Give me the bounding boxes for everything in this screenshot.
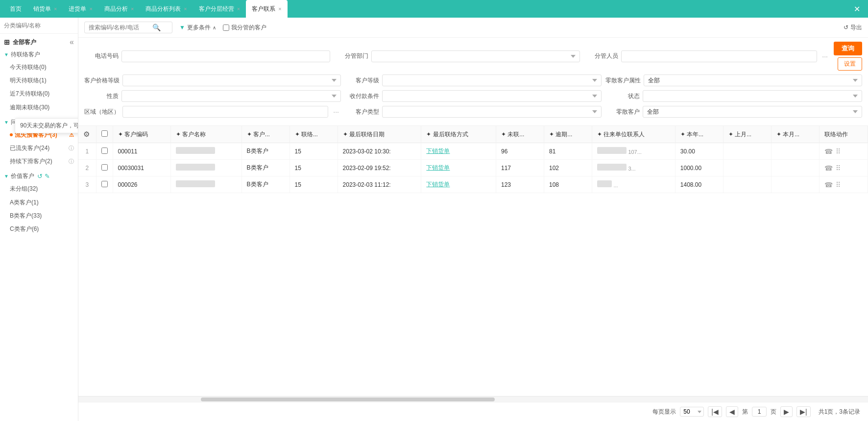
row-2-code: 00030031 [113, 160, 170, 176]
tab-customer-segments[interactable]: 客户分层经营 × [193, 0, 246, 18]
gender-select[interactable] [121, 90, 341, 102]
sidebar-item-week-pending[interactable]: 近7天待联络(0) [0, 87, 78, 100]
sidebar-item-class-c[interactable]: C类客户(6) [0, 223, 78, 236]
sidebar-item-declining[interactable]: 持续下滑客户(2) ⓘ [0, 155, 78, 168]
customer-level-select[interactable] [382, 74, 602, 86]
tab-sales-order-close[interactable]: × [54, 6, 57, 12]
tab-purchase-order-close[interactable]: × [89, 6, 92, 12]
tab-purchase-order[interactable]: 进货单 × [63, 0, 98, 18]
row-3-method-link[interactable]: 下销货单 [426, 181, 450, 188]
tab-customer-contact[interactable]: 客户联系 × [246, 0, 287, 18]
refresh-icon-2: ↺ [844, 24, 848, 31]
sidebar-item-churned[interactable]: 已流失客户(24) ⓘ [0, 142, 78, 155]
row-num-2: 2 [78, 160, 96, 176]
query-button[interactable]: 查询 [834, 42, 862, 55]
retail-customer-select[interactable]: 全部 [643, 106, 862, 118]
row-1-last-contact-method: 下销货单 [421, 143, 496, 160]
sidebar-item-overdue-pending[interactable]: 逾期未联络(30) [0, 101, 78, 114]
row-3-phone-icon[interactable]: ☎ [824, 181, 833, 189]
last-page-button[interactable]: ▶| [796, 406, 811, 417]
price-level-select[interactable] [122, 74, 341, 86]
row-3-this-year: 1408.00 [675, 176, 723, 193]
sidebar-group-value-header[interactable]: ▼ 价值客户 ↺ ✎ [0, 170, 78, 182]
advanced-filter-panel: 电话号码 分管部门 分管人员 ··· 查询 设置 [78, 38, 868, 126]
row-1-more-icon[interactable]: ⠿ [836, 148, 841, 155]
scroll-thumb[interactable] [201, 397, 495, 401]
row-2-method-link[interactable]: 下销货单 [426, 164, 450, 171]
settings-button[interactable]: 设置 [838, 57, 862, 71]
tab-product-analysis[interactable]: 商品分析 × [98, 0, 140, 18]
sidebar-item-ungrouped[interactable]: 未分组(32) [0, 182, 78, 196]
filter-field-customer-level: 客户等级 [345, 74, 602, 86]
gear-icon[interactable]: ⚙ [83, 130, 90, 138]
tab-product-analysis-list[interactable]: 商品分析列表 × [140, 0, 193, 18]
filter-search-input[interactable] [89, 24, 152, 31]
row-2-checkbox[interactable] [101, 164, 108, 171]
sidebar-group-problem: ▼ 问题客户 流失预警客户(3) ⚠ 90天未交易的客户，可能有流失风险。 已流… [0, 116, 78, 169]
manager-dots[interactable]: ··· [820, 52, 830, 60]
tab-product-analysis-list-close[interactable]: × [184, 6, 187, 12]
row-1-checkbox[interactable] [101, 148, 108, 154]
phone-label: 电话号码 [84, 52, 119, 60]
sidebar-item-today-pending[interactable]: 今天待联络(0) [0, 61, 78, 74]
sidebar-item-class-b[interactable]: B类客户(33) [0, 209, 78, 223]
more-conditions-button[interactable]: ▼ 更多条件 ∧ [176, 22, 219, 33]
row-3-this-month [771, 176, 819, 193]
current-page-display: 1 [752, 407, 767, 417]
all-customers-header[interactable]: ⊞ 全部客户 « [0, 34, 78, 49]
col-gear: ⚙ [78, 126, 96, 143]
col-level-header: ✦ 客户... [241, 126, 289, 143]
my-customers-checkbox-container[interactable]: 我分管的客户 [223, 24, 266, 32]
sidebar-search-input[interactable] [4, 22, 77, 29]
col-last-contact-date-header: ✦ 最后联络日期 [338, 126, 421, 143]
sidebar-item-declining-label: 持续下滑客户(2) [10, 157, 52, 166]
edit-icon[interactable]: ✎ [45, 173, 50, 180]
tab-sales-order[interactable]: 销货单 × [27, 0, 63, 18]
sidebar-item-class-a[interactable]: A类客户(1) [0, 196, 78, 209]
region-input[interactable] [122, 106, 328, 118]
window-close-button[interactable]: ✕ [850, 4, 864, 14]
per-page-select[interactable]: 50 100 200 [680, 407, 704, 417]
tab-customer-segments-close[interactable]: × [237, 6, 240, 12]
sidebar-collapse-button[interactable]: « [70, 38, 74, 47]
customer-type-select[interactable] [382, 106, 602, 118]
row-2-contacts: 15 [289, 160, 338, 176]
horizontal-scrollbar[interactable] [78, 396, 868, 402]
payment-select[interactable] [382, 90, 602, 102]
tab-customer-contact-close[interactable]: × [278, 6, 281, 12]
tab-product-analysis-label: 商品分析 [104, 5, 128, 13]
arrow-down-icon: ▼ [4, 52, 9, 57]
row-3-not-contact: 123 [496, 176, 544, 193]
row-3-checkbox[interactable] [101, 181, 108, 187]
row-2-phone-icon[interactable]: ☎ [824, 164, 833, 172]
tab-product-analysis-close[interactable]: × [131, 6, 134, 12]
col-unit-contact-header: ✦ 往来单位联系人 [592, 126, 675, 143]
my-customers-checkbox[interactable] [223, 25, 229, 31]
row-3-unit-contact: ... [592, 176, 675, 193]
first-page-button[interactable]: |◀ [708, 406, 722, 417]
dept-select[interactable] [371, 50, 580, 62]
phone-input[interactable] [121, 50, 330, 62]
refresh-icon[interactable]: ↺ [37, 173, 43, 180]
row-3-action-icons: ☎ ⠿ [824, 181, 863, 189]
row-2-more-icon[interactable]: ⠿ [836, 164, 841, 172]
region-dots[interactable]: ··· [331, 108, 341, 116]
next-page-button[interactable]: ▶ [780, 406, 793, 417]
row-checkbox-1 [96, 143, 113, 160]
filter-field-dept: 分管部门 [334, 50, 580, 62]
sidebar-group-pending-header[interactable]: ▼ 待联络客户 [0, 49, 78, 61]
row-1-method-link[interactable]: 下销货单 [426, 148, 450, 154]
row-1-unit-contact: 107... [592, 143, 675, 160]
tab-home[interactable]: 首页 [4, 0, 27, 18]
status-select[interactable] [643, 90, 862, 102]
retail-attr-select[interactable]: 全部 [644, 74, 862, 86]
export-button[interactable]: ↺ 导出 [844, 24, 862, 32]
manager-input[interactable] [621, 50, 817, 62]
prev-page-button[interactable]: ◀ [726, 406, 738, 417]
col-last-month-header: ✦ 上月... [723, 126, 771, 143]
sidebar-item-tomorrow-pending[interactable]: 明天待联络(1) [0, 74, 78, 87]
row-1-phone-icon[interactable]: ☎ [824, 148, 833, 155]
row-3-more-icon[interactable]: ⠿ [836, 181, 841, 189]
filter-search-icon[interactable]: 🔍 [152, 24, 161, 31]
select-all-checkbox[interactable] [101, 130, 108, 137]
